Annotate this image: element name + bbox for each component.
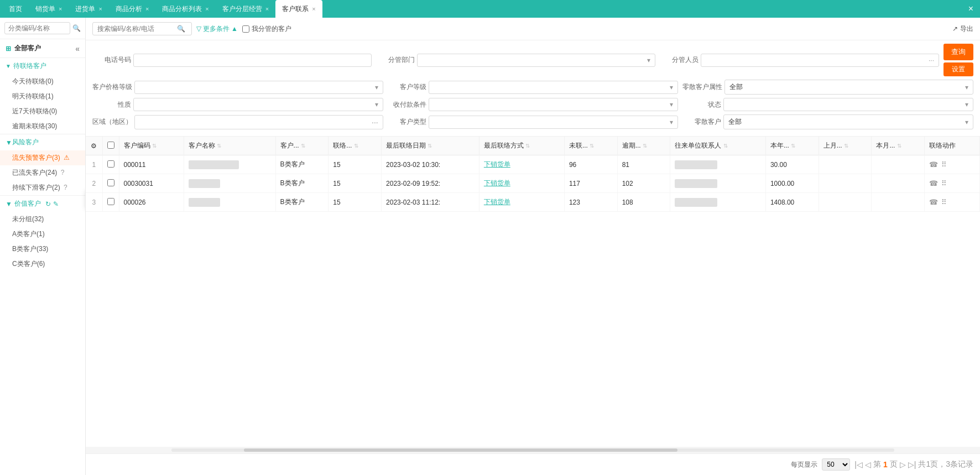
tab-product-analysis-close[interactable]: × xyxy=(145,6,149,12)
export-button[interactable]: ↗ 导出 xyxy=(952,24,973,34)
row-last-date: 2023-02-03 11:12: xyxy=(382,193,479,212)
settings-button[interactable]: 设置 xyxy=(943,62,973,76)
zero-customer-arrow: ▾ xyxy=(965,118,968,126)
row-type: B类客户 xyxy=(275,174,329,193)
status-select[interactable]: ▾ xyxy=(723,98,973,111)
th-this-year: 本年... ⇅ xyxy=(765,137,819,155)
row-type: B类客户 xyxy=(275,193,329,212)
tab-sales-order[interactable]: 销货单 × xyxy=(29,0,69,18)
th-last-date: 最后联络日期 ⇅ xyxy=(382,137,479,155)
more-actions-icon[interactable]: ⠿ xyxy=(941,198,947,206)
zero-attr-select[interactable]: 全部 ▾ xyxy=(724,80,973,95)
loss-risk-label: 风险客户 xyxy=(12,138,39,147)
sidebar-value-customers-section[interactable]: ▼ 价值客户 ↻ ✎ xyxy=(0,195,85,212)
tab-customer-layer-close[interactable]: × xyxy=(265,6,269,12)
more-actions-icon[interactable]: ⠿ xyxy=(941,179,947,187)
sidebar-item-overdue-contact[interactable]: 逾期未联络(30) xyxy=(0,119,85,134)
row-last-method[interactable]: 下销货单 xyxy=(479,155,564,174)
sidebar-search-input[interactable] xyxy=(4,22,70,34)
more-actions-icon[interactable]: ⠿ xyxy=(941,160,947,169)
sidebar-item-a-class[interactable]: A类客户(1) xyxy=(0,227,85,242)
row-contact: 15 xyxy=(329,155,382,174)
scrollbar-thumb[interactable] xyxy=(244,448,677,452)
total-records: 共1页，3条记录 xyxy=(918,460,973,469)
sidebar-loss-risk-section[interactable]: ▼ 风险客户 xyxy=(0,134,85,150)
info-icon-2: ? xyxy=(64,184,67,191)
row-last-method[interactable]: 下销货单 xyxy=(479,174,564,193)
edit-icon[interactable]: ✎ xyxy=(53,200,59,208)
tab-customer-contact[interactable]: 客户联系 × xyxy=(275,0,322,18)
per-page-select[interactable]: 50 100 200 xyxy=(822,458,850,471)
payment-select[interactable]: ▾ xyxy=(429,98,679,111)
row-this-month xyxy=(872,193,925,212)
sidebar-pending-contact-section[interactable]: ▼ 待联络客户 xyxy=(0,58,85,74)
contact-icon[interactable]: ☎ xyxy=(929,160,938,169)
page-label: 第 xyxy=(873,460,881,469)
window-close-button[interactable]: × xyxy=(964,4,978,14)
sidebar-item-loss-warning[interactable]: 流失预警客户(3) ⚠ xyxy=(0,150,85,165)
tab-product-analysis[interactable]: 商品分析 × xyxy=(109,0,155,18)
refresh-icon[interactable]: ↻ xyxy=(45,200,51,208)
select-all-checkbox[interactable] xyxy=(107,142,114,149)
th-related-contact: 往来单位联系人 ⇅ xyxy=(670,137,766,155)
sidebar-item-declining[interactable]: 持续下滑客户(2) ? xyxy=(0,180,85,195)
filter-region: 区域（地区） ··· xyxy=(92,115,383,129)
sidebar-item-c-class[interactable]: C类客户(6) xyxy=(0,257,85,272)
sidebar-item-7days-contact[interactable]: 近7天待联络(0) xyxy=(0,104,85,119)
region-select[interactable]: ··· xyxy=(134,115,383,129)
main-search-icon[interactable]: 🔍 xyxy=(177,25,185,33)
contact-icon[interactable]: ☎ xyxy=(929,198,938,206)
page-prev-icon[interactable]: ◁ xyxy=(865,460,871,469)
contact-icon[interactable]: ☎ xyxy=(929,179,938,187)
sidebar-all-customers[interactable]: ⊞ 全部客户 « xyxy=(0,39,85,58)
price-level-select[interactable]: ▾ xyxy=(134,81,383,94)
tab-purchase-order-close[interactable]: × xyxy=(98,6,102,12)
sidebar-item-b-class[interactable]: B类客户(33) xyxy=(0,242,85,257)
table-row: 2 00030031 ██ B类客户 15 2023-02-09 19:52: … xyxy=(86,174,980,193)
tab-home[interactable]: 首页 xyxy=(2,0,29,18)
page-next-icon[interactable]: ▷ xyxy=(900,460,906,469)
tab-purchase-order[interactable]: 进货单 × xyxy=(69,0,108,18)
dept-select[interactable]: ▾ xyxy=(417,54,655,67)
gender-select[interactable]: ▾ xyxy=(133,98,383,111)
sidebar-search-icon[interactable]: 🔍 xyxy=(72,24,81,32)
sidebar-item-tomorrow-contact[interactable]: 明天待联络(1) xyxy=(0,89,85,104)
my-customer-checkbox[interactable] xyxy=(242,25,249,33)
th-checkbox[interactable] xyxy=(102,137,119,155)
page-first-icon[interactable]: |◁ xyxy=(854,460,863,469)
person-select[interactable]: ··· xyxy=(701,54,939,67)
zero-customer-select[interactable]: 全部 ▾ xyxy=(723,114,973,129)
row-last-method[interactable]: 下销货单 xyxy=(479,193,564,212)
row-no: 3 xyxy=(86,193,102,212)
tab-product-analysis-list-label: 商品分析列表 xyxy=(162,4,202,14)
more-filter-button[interactable]: ▽ 更多条件 ▲ xyxy=(196,24,238,34)
phone-input[interactable] xyxy=(133,54,372,67)
sidebar-item-already-lost[interactable]: 已流失客户(24) ? xyxy=(0,165,85,180)
row-checkbox[interactable] xyxy=(102,174,119,193)
tab-customer-layer[interactable]: 客户分层经营 × xyxy=(216,0,275,18)
th-settings[interactable]: ⚙ xyxy=(86,137,102,155)
row-contact: 15 xyxy=(329,193,382,212)
zero-attr-label: 零散客户属性 xyxy=(682,82,722,92)
customer-type-select[interactable]: ▾ xyxy=(429,116,679,129)
query-button[interactable]: 查询 xyxy=(943,44,973,60)
status-arrow: ▾ xyxy=(965,101,968,108)
page-last-icon[interactable]: ▷| xyxy=(908,460,916,469)
horizontal-scrollbar[interactable] xyxy=(86,447,980,453)
tab-product-analysis-list[interactable]: 商品分析列表 × xyxy=(155,0,215,18)
sidebar-item-today-contact[interactable]: 今天待联络(0) xyxy=(0,74,85,89)
row-this-year: 1000.00 xyxy=(765,174,819,193)
row-checkbox[interactable] xyxy=(102,155,119,174)
filter-person: 分管人员 ··· xyxy=(660,54,939,67)
customer-level-select[interactable]: ▾ xyxy=(429,81,679,94)
sidebar-item-ungrouped[interactable]: 未分组(32) xyxy=(0,212,85,227)
row-last-date: 2023-03-02 10:30: xyxy=(382,155,479,174)
main-search-input[interactable] xyxy=(97,25,175,33)
filter-panel: 电话号码 分管部门 ▾ 分管人员 ··· xyxy=(86,40,980,137)
tab-product-analysis-list-close[interactable]: × xyxy=(205,6,208,12)
collapse-icon[interactable]: « xyxy=(75,44,80,53)
my-customer-checkbox-area[interactable]: 我分管的客户 xyxy=(242,24,291,34)
tab-customer-contact-close[interactable]: × xyxy=(312,6,315,12)
tab-sales-order-close[interactable]: × xyxy=(59,6,62,12)
row-checkbox[interactable] xyxy=(102,193,119,212)
